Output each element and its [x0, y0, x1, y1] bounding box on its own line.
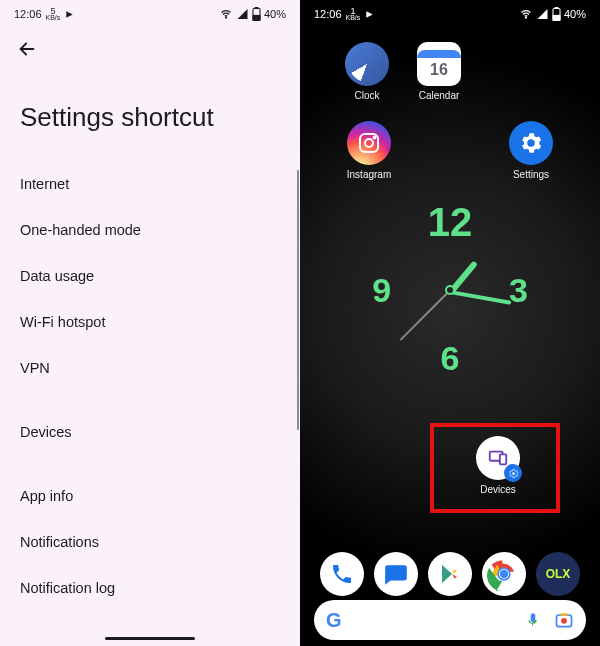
- settings-badge-icon: [504, 464, 522, 482]
- app-calendar[interactable]: 16 Calendar: [412, 42, 466, 101]
- app-label: Instagram: [347, 169, 391, 180]
- status-bar: 12:06 1 KB/s 40%: [300, 0, 600, 28]
- chrome-icon: [484, 554, 524, 594]
- status-netspeed: 5 KB/s: [46, 8, 61, 21]
- svg-rect-12: [500, 454, 506, 464]
- dock-messages[interactable]: [374, 552, 418, 596]
- minute-hand: [450, 290, 512, 305]
- svg-point-19: [561, 618, 567, 624]
- search-bar[interactable]: G: [314, 600, 586, 640]
- svg-point-4: [525, 17, 526, 18]
- svg-rect-2: [255, 7, 258, 8]
- svg-rect-3: [253, 15, 260, 20]
- svg-rect-20: [561, 613, 568, 616]
- scrollbar[interactable]: [297, 170, 299, 430]
- battery-icon: [252, 7, 261, 21]
- clock-hub: [445, 285, 455, 295]
- svg-point-0: [225, 17, 226, 18]
- nav-handle[interactable]: [105, 637, 195, 640]
- app-label: Calendar: [419, 90, 460, 101]
- dock: OLX: [300, 552, 600, 596]
- status-time: 12:06: [14, 8, 42, 20]
- svg-rect-7: [553, 15, 560, 20]
- app-label: Clock: [354, 90, 379, 101]
- clock-icon: [345, 42, 389, 86]
- app-settings[interactable]: Settings: [504, 121, 558, 180]
- dnd-icon: [364, 9, 375, 20]
- clock-dial: 12369: [360, 200, 540, 380]
- dock-olx[interactable]: OLX: [536, 552, 580, 596]
- page-title: Settings shortcut: [0, 64, 300, 161]
- messages-icon: [383, 561, 409, 587]
- back-button[interactable]: [0, 28, 300, 64]
- dock-phone[interactable]: [320, 552, 364, 596]
- option-internet[interactable]: Internet: [0, 161, 300, 207]
- app-row-1: Clock 16 Calendar: [300, 28, 600, 101]
- settings-shortcut-pane: 12:06 5 KB/s 40% Settings shortcut Inter…: [0, 0, 300, 646]
- google-logo-icon: G: [326, 609, 342, 632]
- svg-point-17: [500, 570, 508, 578]
- dock-chrome[interactable]: [482, 552, 526, 596]
- olx-icon: OLX: [546, 567, 571, 581]
- option-notification-log[interactable]: Notification log: [0, 565, 300, 611]
- option-vpn[interactable]: VPN: [0, 345, 300, 391]
- calendar-icon: 16: [417, 42, 461, 86]
- status-bar: 12:06 5 KB/s 40%: [0, 0, 300, 28]
- signal-icon: [536, 8, 549, 20]
- mic-icon[interactable]: [524, 611, 542, 629]
- battery-icon: [552, 7, 561, 21]
- app-label: Settings: [513, 169, 549, 180]
- app-label: Devices: [480, 484, 516, 495]
- dock-play-store[interactable]: [428, 552, 472, 596]
- clock-widget[interactable]: 12369: [360, 200, 540, 380]
- second-hand: [400, 290, 451, 341]
- app-clock[interactable]: Clock: [340, 42, 394, 101]
- app-row-2: Instagram Settings: [300, 101, 600, 180]
- svg-rect-6: [555, 7, 558, 8]
- option-app-info[interactable]: App info: [0, 473, 300, 519]
- svg-point-9: [365, 139, 373, 147]
- option-wifi-hotspot[interactable]: Wi-Fi hotspot: [0, 299, 300, 345]
- svg-point-13: [512, 472, 515, 475]
- signal-icon: [236, 8, 249, 20]
- devices-icon: [476, 436, 520, 480]
- app-instagram[interactable]: Instagram: [342, 121, 396, 180]
- instagram-icon: [347, 121, 391, 165]
- status-time: 12:06: [314, 8, 342, 20]
- phone-icon: [330, 562, 354, 586]
- status-netspeed: 1 KB/s: [346, 8, 361, 21]
- svg-point-10: [374, 137, 376, 139]
- option-notifications[interactable]: Notifications: [0, 519, 300, 565]
- status-battery: 40%: [264, 8, 286, 20]
- wifi-icon: [519, 8, 533, 20]
- home-screen-pane: 12:06 1 KB/s 40% Clock 16 Calend: [300, 0, 600, 646]
- option-one-handed-mode[interactable]: One-handed mode: [0, 207, 300, 253]
- lens-icon[interactable]: [554, 610, 574, 630]
- wifi-icon: [219, 8, 233, 20]
- option-data-usage[interactable]: Data usage: [0, 253, 300, 299]
- app-devices-shortcut[interactable]: Devices: [470, 436, 526, 495]
- option-devices[interactable]: Devices: [0, 409, 300, 455]
- status-battery: 40%: [564, 8, 586, 20]
- dnd-icon: [64, 9, 75, 20]
- arrow-left-icon: [16, 38, 38, 60]
- play-store-icon: [438, 562, 462, 586]
- settings-icon: [509, 121, 553, 165]
